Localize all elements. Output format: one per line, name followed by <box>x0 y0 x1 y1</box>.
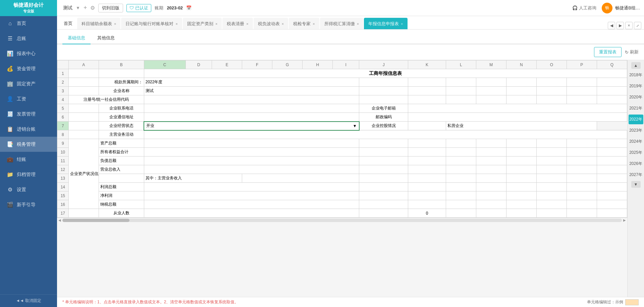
year-item-2018[interactable]: 2018年 <box>629 70 643 80</box>
cell-16-P[interactable] <box>567 200 597 209</box>
cell-9-N[interactable] <box>506 139 536 148</box>
cell-2-N[interactable] <box>506 78 536 87</box>
col-header-H[interactable]: H <box>303 60 333 69</box>
tab-prev-button[interactable]: ◀ <box>608 22 615 29</box>
tab-income-tax[interactable]: 所得税汇算清缴 × <box>320 18 363 29</box>
cell-17-J[interactable] <box>359 209 408 218</box>
tab-close-fixed-assets[interactable]: × <box>215 22 217 26</box>
cell-17-A[interactable] <box>68 209 99 218</box>
cell-7-J[interactable]: 企业控股情况 <box>359 122 408 130</box>
cell-13-B[interactable] <box>99 174 144 183</box>
cell-3-Q[interactable] <box>597 87 627 95</box>
cell-5-C[interactable] <box>144 104 359 113</box>
sidebar-item-reports[interactable]: 📊 报表中心 <box>0 46 57 61</box>
col-header-M[interactable]: M <box>476 60 506 69</box>
cell-16-L[interactable] <box>446 200 476 209</box>
cell-16-B[interactable]: 纳税总额 <box>99 200 144 209</box>
year-item-2019[interactable]: 2019年 <box>629 81 643 91</box>
cell-13-O[interactable] <box>536 174 567 183</box>
cell-12-O[interactable] <box>536 165 567 174</box>
cell-10-P[interactable] <box>567 148 597 157</box>
col-header-P[interactable]: P <box>567 60 597 69</box>
cell-3-M[interactable] <box>476 87 506 95</box>
cell-16-K[interactable] <box>408 200 446 209</box>
year-item-2027[interactable]: 2027年 <box>629 170 643 180</box>
cell-7-L[interactable]: 私营企业 <box>446 122 597 130</box>
cell-4-K[interactable] <box>408 95 446 104</box>
year-item-2020[interactable]: 2020年 <box>629 92 643 102</box>
cell-14-C[interactable] <box>144 183 359 191</box>
cell-6-C[interactable] <box>144 113 359 122</box>
cell-14-M[interactable] <box>476 183 506 191</box>
cell-2-O[interactable] <box>536 78 567 87</box>
cell-11-L[interactable] <box>446 157 476 165</box>
year-item-2024[interactable]: 2024年 <box>629 137 643 146</box>
sidebar-item-close[interactable]: 💼 结账 <box>0 152 57 167</box>
cell-13-L[interactable] <box>446 174 476 183</box>
cell-14-Q[interactable] <box>597 183 627 191</box>
cell-4-O[interactable] <box>536 95 567 104</box>
cell-10-Q[interactable] <box>597 148 627 157</box>
cell-2-A[interactable] <box>68 78 99 87</box>
col-header-F[interactable]: F <box>242 60 272 69</box>
sidebar-item-tax[interactable]: 📑 税务管理 <box>0 137 57 152</box>
cell-5-A[interactable] <box>68 104 99 113</box>
tab-close-button[interactable]: × <box>625 22 633 29</box>
cell-1-A[interactable] <box>68 69 99 78</box>
cell-14-B[interactable]: 利润总额 <box>99 183 144 191</box>
cell-15-M[interactable] <box>476 191 506 200</box>
cell-9-J[interactable] <box>359 139 408 148</box>
cell-11-B[interactable]: 负债总额 <box>99 157 144 165</box>
cell-3-L[interactable] <box>446 87 476 95</box>
cell-17-C[interactable] <box>144 209 359 218</box>
cell-4-P[interactable] <box>567 95 597 104</box>
cell-6-A[interactable] <box>68 113 99 122</box>
cell-9-M[interactable] <box>476 139 506 148</box>
cell-3-J[interactable] <box>359 87 408 95</box>
cell-11-P[interactable] <box>567 157 597 165</box>
tab-tax-inspect[interactable]: 税检专家 × <box>289 18 319 29</box>
col-header-C[interactable]: C <box>144 60 185 69</box>
sidebar-item-salary[interactable]: 👤 工资 <box>0 91 57 106</box>
cell-10-C[interactable] <box>144 148 359 157</box>
cell-4-Q[interactable] <box>597 95 627 104</box>
sub-tab-basic[interactable]: 基础信息 <box>62 32 91 44</box>
cell-10-N[interactable] <box>506 148 536 157</box>
cell-2-C[interactable]: 2022年度 <box>144 78 359 87</box>
cell-11-K[interactable] <box>408 157 446 165</box>
cell-2-M[interactable] <box>476 78 506 87</box>
cell-15-Q[interactable] <box>597 191 627 200</box>
tab-close-tax-inspect[interactable]: × <box>313 22 315 26</box>
cell-4-M[interactable] <box>476 95 506 104</box>
col-header-B[interactable]: B <box>99 60 144 69</box>
cell-15-O[interactable] <box>536 191 567 200</box>
cell-2-B[interactable]: 税款所属期间： <box>99 78 144 87</box>
cell-1-B[interactable] <box>99 69 144 78</box>
cell-5-J[interactable]: 企业电子邮箱 <box>359 104 408 113</box>
sidebar-item-sales[interactable]: 📋 进销台账 <box>0 122 57 137</box>
cell-9-B[interactable]: 资产总额 <box>99 139 144 148</box>
cell-3-B[interactable]: 企业名称 <box>99 87 144 95</box>
cell-11-M[interactable] <box>476 157 506 165</box>
cell-12-J[interactable] <box>359 165 408 174</box>
tab-fixed-assets[interactable]: 固定资产类别 × <box>183 18 222 29</box>
cell-15-B[interactable]: 净利润 <box>99 191 144 200</box>
cell-2-J[interactable] <box>359 78 408 87</box>
tab-tax-fluctuation[interactable]: 税负波动表 × <box>254 18 288 29</box>
cell-11-Q[interactable] <box>597 157 627 165</box>
calendar-icon[interactable]: 📅 <box>186 5 192 10</box>
cell-9-C[interactable] <box>144 139 359 148</box>
tab-tax-list[interactable]: 税表清册 × <box>222 18 253 29</box>
cell-7-B[interactable]: 企业经营状态 <box>99 122 144 130</box>
col-header-K[interactable]: K <box>408 60 446 69</box>
year-up-button[interactable]: ▲ <box>631 62 641 69</box>
sidebar-item-finance[interactable]: 💰 资金管理 <box>0 61 57 76</box>
reset-report-button[interactable]: 重置报表 <box>594 47 622 57</box>
sidebar-footer-unpin[interactable]: ◄◄ 取消固定 <box>0 294 57 307</box>
year-item-2026[interactable]: 2026年 <box>629 159 643 169</box>
sidebar-item-assets[interactable]: 🏢 固定资产 <box>0 76 57 91</box>
cell-13-N[interactable] <box>506 174 536 183</box>
year-item-2022[interactable]: 2022年 <box>629 115 643 124</box>
sidebar-item-archive[interactable]: 📁 归档管理 <box>0 167 57 182</box>
cell-12-M[interactable] <box>476 165 506 174</box>
